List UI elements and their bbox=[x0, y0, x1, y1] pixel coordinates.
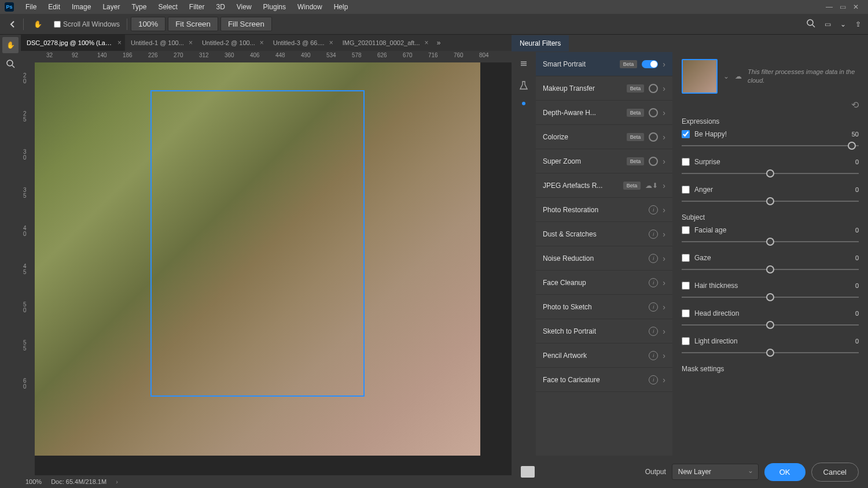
menu-filter[interactable]: Filter bbox=[183, 1, 211, 13]
menu-view[interactable]: View bbox=[231, 1, 258, 13]
mask-icon[interactable] bbox=[521, 466, 535, 478]
filter-name: Face to Caricature bbox=[543, 376, 644, 384]
tab-close-icon[interactable]: × bbox=[117, 39, 122, 47]
zoom-level[interactable]: 100% bbox=[131, 17, 165, 31]
scroll-all-checkbox[interactable]: Scroll All Windows bbox=[54, 20, 120, 28]
face-thumbnail[interactable] bbox=[682, 59, 718, 94]
fit-screen-button[interactable]: Fit Screen bbox=[168, 17, 218, 31]
slider-track[interactable] bbox=[682, 293, 859, 301]
filter-toggle[interactable] bbox=[649, 157, 658, 166]
filter-toggle[interactable] bbox=[642, 60, 658, 68]
chevron-down-icon[interactable]: ⌄ bbox=[838, 18, 848, 31]
slider-track[interactable] bbox=[682, 321, 859, 329]
menu-edit[interactable]: Edit bbox=[42, 1, 66, 13]
share-icon[interactable]: ⇪ bbox=[853, 18, 863, 31]
document-tab[interactable]: DSC_0278.jpg @ 100% (Layer 0, RGB/8*) *× bbox=[21, 35, 125, 51]
tab-close-icon[interactable]: × bbox=[425, 39, 429, 47]
filter-depth-aware-h-[interactable]: Depth-Aware H...Beta› bbox=[536, 101, 672, 125]
status-bar: 100% Doc: 65.4M/218.1M › bbox=[21, 475, 512, 488]
reset-icon[interactable]: ⟲ bbox=[851, 100, 859, 110]
slider-surprise: Surprise0 bbox=[682, 158, 859, 178]
slider-track[interactable] bbox=[682, 238, 859, 246]
filter-face-cleanup[interactable]: Face Cleanupi› bbox=[536, 271, 672, 295]
close-icon[interactable]: ✕ bbox=[853, 3, 859, 11]
menu-plugins[interactable]: Plugins bbox=[258, 1, 292, 13]
slider-checkbox[interactable] bbox=[682, 130, 690, 138]
tab-close-icon[interactable]: × bbox=[329, 39, 333, 47]
maximize-icon[interactable]: ▭ bbox=[840, 3, 846, 11]
menu-type[interactable]: Type bbox=[126, 1, 152, 13]
slider-track[interactable] bbox=[682, 169, 859, 178]
slider-light-direction: Light direction0 bbox=[682, 337, 859, 357]
filter-toggle[interactable] bbox=[649, 132, 658, 142]
download-icon[interactable]: ☁⬇ bbox=[645, 182, 658, 190]
slider-track[interactable] bbox=[682, 197, 859, 205]
fill-screen-button[interactable]: Fill Screen bbox=[220, 17, 272, 31]
status-chevron-icon[interactable]: › bbox=[116, 478, 118, 485]
slider-track[interactable] bbox=[682, 349, 859, 357]
ok-button[interactable]: OK bbox=[764, 463, 806, 481]
filter-noise-reduction[interactable]: Noise Reductioni› bbox=[536, 246, 672, 271]
slider-checkbox[interactable] bbox=[682, 186, 690, 194]
slider-checkbox[interactable] bbox=[682, 309, 690, 317]
search-icon[interactable] bbox=[804, 16, 818, 32]
info-icon[interactable]: i bbox=[649, 327, 658, 336]
info-icon[interactable]: i bbox=[649, 375, 658, 385]
slider-checkbox[interactable] bbox=[682, 158, 690, 166]
filter-sketch-to-portrait[interactable]: Sketch to Portraiti› bbox=[536, 319, 672, 343]
workspace-icon[interactable]: ▭ bbox=[822, 18, 833, 31]
menu-3d[interactable]: 3D bbox=[210, 1, 230, 13]
info-icon[interactable]: i bbox=[649, 230, 658, 239]
hand-tool-icon[interactable]: ✋ bbox=[30, 16, 46, 32]
info-icon[interactable]: i bbox=[649, 302, 658, 312]
menu-file[interactable]: File bbox=[20, 1, 42, 13]
document-tab[interactable]: IMG_20201108_0002_aft...× bbox=[337, 35, 432, 51]
filter-pencil-artwork[interactable]: Pencil Artworki› bbox=[536, 343, 672, 368]
output-select[interactable]: New Layer bbox=[672, 464, 759, 480]
menu-window[interactable]: Window bbox=[292, 1, 328, 13]
chevron-right-icon: › bbox=[663, 205, 665, 215]
cancel-button[interactable]: Cancel bbox=[811, 463, 859, 482]
canvas[interactable] bbox=[35, 62, 512, 475]
filter-toggle[interactable] bbox=[649, 108, 658, 117]
filter-makeup-transfer[interactable]: Makeup TransferBeta› bbox=[536, 76, 672, 101]
svg-point-1 bbox=[7, 60, 13, 66]
filter-toggle[interactable] bbox=[649, 84, 658, 93]
info-icon[interactable]: i bbox=[649, 278, 658, 287]
tabs-overflow-icon[interactable]: » bbox=[432, 39, 446, 47]
info-icon[interactable]: i bbox=[649, 254, 658, 263]
slider-track[interactable] bbox=[682, 142, 859, 150]
chevron-down-icon[interactable]: ⌄ bbox=[723, 72, 729, 80]
filter-super-zoom[interactable]: Super ZoomBeta› bbox=[536, 149, 672, 173]
document-tab[interactable]: Untitled-1 @ 100...× bbox=[125, 35, 196, 51]
back-button[interactable] bbox=[5, 16, 21, 32]
hand-tool[interactable]: ✋ bbox=[2, 37, 19, 53]
document-tab[interactable]: Untitled-3 @ 66....× bbox=[267, 35, 337, 51]
filter-colorize[interactable]: ColorizeBeta› bbox=[536, 125, 672, 149]
filter-face-to-caricature[interactable]: Face to Caricaturei› bbox=[536, 368, 672, 392]
filter-photo-to-sketch[interactable]: Photo to Sketchi› bbox=[536, 295, 672, 319]
filter-name: Sketch to Portrait bbox=[543, 327, 644, 335]
info-icon[interactable]: i bbox=[649, 351, 658, 360]
filter-dust-scratches[interactable]: Dust & Scratchesi› bbox=[536, 222, 672, 246]
minimize-icon[interactable]: — bbox=[826, 3, 833, 11]
filter-jpeg-artefacts-r-[interactable]: JPEG Artefacts R...Beta☁⬇› bbox=[536, 173, 672, 198]
tab-close-icon[interactable]: × bbox=[189, 39, 193, 47]
slider-checkbox[interactable] bbox=[682, 282, 690, 290]
tab-close-icon[interactable]: × bbox=[260, 39, 264, 47]
document-tab[interactable]: Untitled-2 @ 100...× bbox=[196, 35, 267, 51]
slider-checkbox[interactable] bbox=[682, 226, 690, 234]
menu-select[interactable]: Select bbox=[152, 1, 183, 13]
featured-category-icon[interactable] bbox=[518, 58, 529, 69]
filter-smart-portrait[interactable]: Smart PortraitBeta› bbox=[536, 52, 672, 76]
menu-help[interactable]: Help bbox=[328, 1, 354, 13]
beta-category-icon[interactable] bbox=[518, 80, 529, 91]
slider-checkbox[interactable] bbox=[682, 337, 690, 345]
slider-track[interactable] bbox=[682, 265, 859, 273]
menu-image[interactable]: Image bbox=[66, 1, 97, 13]
info-icon[interactable]: i bbox=[649, 205, 658, 215]
menu-layer[interactable]: Layer bbox=[97, 1, 126, 13]
slider-checkbox[interactable] bbox=[682, 254, 690, 262]
filter-photo-restoration[interactable]: Photo Restorationi› bbox=[536, 198, 672, 222]
zoom-tool[interactable] bbox=[2, 56, 19, 72]
